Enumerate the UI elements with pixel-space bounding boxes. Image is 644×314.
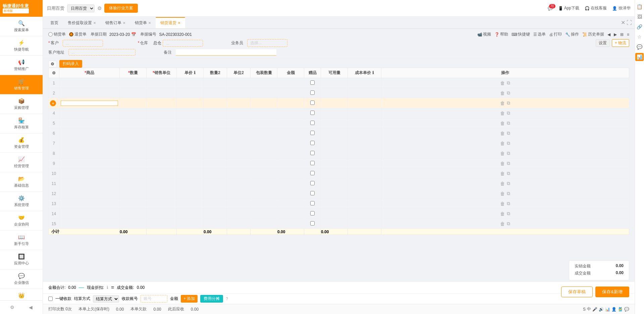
copy-icon[interactable]: ⧉ <box>507 110 510 116</box>
tab-sales-close[interactable]: ✕ <box>148 21 151 25</box>
copy-icon[interactable]: ⧉ <box>507 140 510 146</box>
radio-return-input[interactable] <box>69 32 73 37</box>
print-link[interactable]: 🖨 打印 <box>549 32 562 37</box>
sidebar-item-purchase[interactable]: 📦 采购管理 <box>0 95 43 114</box>
warehouse-input[interactable]: ... <box>163 40 203 47</box>
delete-icon[interactable]: 🗑 <box>500 131 505 136</box>
salesperson-input[interactable]: 选择... <box>247 39 287 47</box>
gift-checkbox[interactable] <box>310 80 315 85</box>
tab-return[interactable]: 销货退货 ✕ <box>156 17 185 28</box>
status-icon-6[interactable]: 👤 <box>611 307 616 312</box>
gift-checkbox[interactable] <box>310 111 315 115</box>
close-tab-icon[interactable]: ✕ <box>621 19 625 26</box>
delete-icon[interactable]: 🗑 <box>500 181 505 186</box>
gift-checkbox[interactable] <box>310 131 315 135</box>
shortcut-link[interactable]: ⌨ 快捷键 <box>512 32 530 37</box>
delete-icon[interactable]: 🗑 <box>500 171 505 176</box>
copy-icon[interactable]: ⧉ <box>507 161 510 166</box>
copy-icon[interactable]: ⧉ <box>507 201 510 206</box>
sidebar-item-inventory[interactable]: 🏪 库存核算 <box>0 114 43 133</box>
gift-checkbox[interactable] <box>310 211 315 215</box>
product-input-active[interactable] <box>61 101 118 106</box>
add-row-cell[interactable]: + <box>49 98 59 108</box>
sidebar-item-member[interactable]: 👑 畅会员 <box>0 289 43 300</box>
account-input[interactable]: 账号 <box>141 295 167 303</box>
delete-icon[interactable]: 🗑 <box>500 111 505 116</box>
sidebar-item-system[interactable]: ⚙️ 系统管理 <box>0 192 43 211</box>
delete-icon[interactable]: 🗑 <box>500 151 505 156</box>
sidebar-item-wechat[interactable]: 💬 企业微信 <box>0 269 43 289</box>
logistics-btn[interactable]: + 物流 <box>612 39 629 47</box>
tab-home[interactable]: 首页 <box>46 17 63 28</box>
remark-input[interactable] <box>176 49 276 56</box>
expense-help[interactable]: ? <box>226 297 228 301</box>
expense-split-btn[interactable]: 费用分摊 <box>200 295 223 303</box>
operation-link[interactable]: 🔧 操作 <box>565 32 579 37</box>
status-icon-8[interactable]: 💬 <box>624 307 629 312</box>
calc-method-select[interactable]: 结算方式 <box>93 295 119 303</box>
avail-cell[interactable] <box>321 78 348 88</box>
gift-checkbox[interactable] <box>310 151 315 155</box>
setting-btn[interactable]: 设置 <box>596 39 610 47</box>
cost-cell[interactable] <box>348 78 381 88</box>
delete-icon[interactable]: 🗑 <box>500 221 505 227</box>
settings-icon[interactable]: ⚙ <box>9 303 16 311</box>
status-icon-5[interactable]: 📊 <box>605 307 610 312</box>
sidebar-item-operation[interactable]: 📈 经营管理 <box>0 153 43 172</box>
help-link[interactable]: ❓ 帮助 <box>494 32 508 37</box>
delete-icon[interactable]: 🗑 <box>500 141 505 146</box>
delete-icon[interactable]: 🗑 <box>500 90 505 96</box>
gift-checkbox[interactable] <box>310 171 315 175</box>
copy-icon[interactable]: ⧉ <box>507 211 510 216</box>
col-gear[interactable]: ⚙ <box>49 68 59 78</box>
right-tool-image[interactable]: 🖼 <box>636 13 643 21</box>
gift-checkbox[interactable] <box>310 221 315 226</box>
right-tool-chat[interactable]: 💬 <box>635 43 644 51</box>
product-cell[interactable] <box>59 78 120 88</box>
right-tool-star[interactable]: ☆ <box>636 33 643 41</box>
select-link[interactable]: ☰ 选单 <box>533 32 546 37</box>
radio-sales-input[interactable] <box>48 32 53 37</box>
copy-icon[interactable]: ⧉ <box>507 120 510 126</box>
price-cell[interactable] <box>177 78 204 88</box>
gift-checkbox[interactable] <box>310 90 315 95</box>
tab-sales-order-close[interactable]: ✕ <box>123 21 125 25</box>
unit-cell[interactable] <box>147 78 177 88</box>
unit2-cell[interactable] <box>227 78 251 88</box>
delete-icon[interactable]: 🗑 <box>500 201 505 206</box>
sidebar-item-enterprise[interactable]: 🤝 企业协同 <box>0 211 43 231</box>
delete-icon[interactable]: 🗑 <box>500 161 505 166</box>
experience-btn[interactable]: 体验行业方案 <box>104 4 138 13</box>
save-draft-btn[interactable]: 保存草稿 <box>561 287 593 297</box>
delete-icon[interactable]: 🗑 <box>500 121 505 126</box>
copy-icon[interactable]: ⧉ <box>507 150 510 156</box>
qty-cell[interactable] <box>120 78 147 88</box>
copy-icon[interactable]: ⧉ <box>507 221 510 227</box>
sidebar-item-search[interactable]: 🔍 搜索菜单 <box>0 17 43 36</box>
copy-icon[interactable]: ⧉ <box>507 181 510 186</box>
gift-checkbox-active[interactable] <box>310 101 315 105</box>
list-view[interactable]: ≡ <box>627 32 629 37</box>
radio-return[interactable]: 退货单 <box>69 32 87 37</box>
user-menu[interactable]: 👤 徐泽华 <box>612 5 631 11</box>
tab-price-close[interactable]: ✕ <box>93 21 96 25</box>
gift-checkbox[interactable] <box>310 181 315 185</box>
copy-icon[interactable]: ⧉ <box>507 191 510 196</box>
grid-view[interactable]: ⊞ <box>620 32 624 37</box>
add-row-btn[interactable]: + <box>50 100 56 106</box>
tab-return-close[interactable]: ✕ <box>178 21 180 25</box>
message-icon[interactable]: 💬70 <box>548 6 553 11</box>
pkg-cell[interactable] <box>251 78 277 88</box>
copy-icon[interactable]: ⧉ <box>507 130 510 136</box>
delete-icon[interactable]: 🗑 <box>500 80 505 86</box>
sidebar-item-finance[interactable]: 💰 资金管理 <box>0 133 43 153</box>
status-icon-3[interactable]: 🎤 <box>592 307 597 312</box>
sidebar-item-sales[interactable]: 🛒 销售管理 <box>0 75 43 95</box>
customer-addr-input[interactable]: ... <box>68 49 136 56</box>
status-icon-7[interactable]: 🎽 <box>618 307 623 312</box>
tab-price-setting[interactable]: 售价提取设置 ✕ <box>63 17 101 28</box>
sidebar-item-marketing[interactable]: 📢 营销推广 <box>0 56 43 75</box>
tab-sales[interactable]: 销货单 ✕ <box>130 17 156 28</box>
status-icon-4[interactable]: 🔊 <box>599 307 604 312</box>
collapse-icon[interactable]: ◀ <box>28 303 34 311</box>
